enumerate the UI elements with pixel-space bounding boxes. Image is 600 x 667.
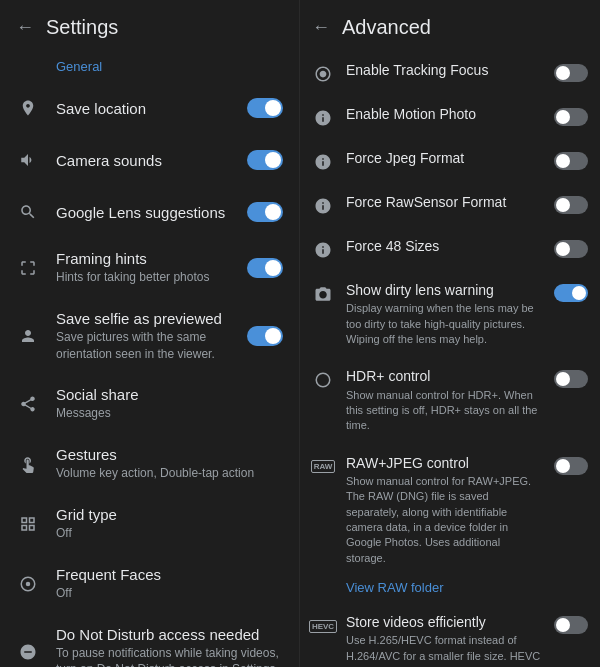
setting-sub-do-not-disturb: To pause notifications while taking vide… [56, 645, 283, 667]
tracking-icon [312, 63, 334, 85]
right-back-button[interactable]: ← [312, 17, 330, 38]
adv-content-tracking-focus: Enable Tracking Focus [346, 61, 542, 79]
setting-sub-social-share: Messages [56, 405, 283, 422]
left-panel: ← Settings General Save location Camera … [0, 0, 300, 667]
location-icon [16, 96, 40, 120]
adv-content-motion-photo: Enable Motion Photo [346, 105, 542, 123]
toggle-motion-photo[interactable] [554, 108, 588, 126]
toggle-store-videos[interactable] [554, 616, 588, 634]
lens-icon [16, 200, 40, 224]
setting-name-google-lens: Google Lens suggestions [56, 204, 231, 221]
hevc-icon: HEVC [312, 615, 334, 637]
setting-name-camera-sounds: Camera sounds [56, 152, 231, 169]
adv-name-force-48: Force 48 Sizes [346, 237, 542, 255]
toggle-camera-sounds[interactable] [247, 150, 283, 170]
advanced-item-dirty-lens[interactable]: Show dirty lens warning Display warning … [300, 271, 600, 357]
right-panel: ← Advanced Enable Tracking Focus Enable … [300, 0, 600, 667]
setting-item-framing-hints[interactable]: Framing hints Hints for taking better ph… [0, 238, 299, 298]
advanced-item-motion-photo[interactable]: Enable Motion Photo [300, 95, 600, 139]
setting-name-grid-type: Grid type [56, 506, 283, 523]
setting-content-social-share: Social share Messages [56, 386, 283, 422]
advanced-item-store-videos[interactable]: HEVC Store videos efficiently Use H.265/… [300, 603, 600, 667]
advanced-item-force-48[interactable]: Force 48 Sizes [300, 227, 600, 271]
toggle-raw-jpeg[interactable] [554, 457, 588, 475]
svg-point-1 [26, 581, 31, 586]
left-header: ← Settings [0, 0, 299, 51]
adv-name-force-rawsensor: Force RawSensor Format [346, 193, 542, 211]
settings-list: Save location Camera sounds Google Lens … [0, 82, 299, 667]
framing-icon [16, 256, 40, 280]
setting-item-camera-sounds[interactable]: Camera sounds [0, 134, 299, 186]
right-panel-title: Advanced [342, 16, 431, 39]
adv-content-raw-jpeg: RAW+JPEG control Show manual control for… [346, 454, 542, 567]
toggle-hdr-control[interactable] [554, 370, 588, 388]
advanced-item-raw-jpeg[interactable]: RAW RAW+JPEG control Show manual control… [300, 444, 600, 577]
adv-name-raw-jpeg: RAW+JPEG control [346, 454, 542, 472]
info-icon-motion [312, 107, 334, 129]
view-raw-link[interactable]: View RAW folder [300, 576, 600, 603]
share-icon [16, 392, 40, 416]
setting-content-do-not-disturb: Do Not Disturb access needed To pause no… [56, 626, 283, 667]
adv-content-store-videos: Store videos efficiently Use H.265/HEVC … [346, 613, 542, 667]
toggle-force-jpeg[interactable] [554, 152, 588, 170]
setting-name-do-not-disturb: Do Not Disturb access needed [56, 626, 283, 643]
selfie-icon [16, 324, 40, 348]
setting-sub-framing-hints: Hints for taking better photos [56, 269, 231, 286]
setting-item-save-selfie[interactable]: Save selfie as previewed Save pictures w… [0, 298, 299, 375]
setting-content-save-selfie: Save selfie as previewed Save pictures w… [56, 310, 231, 363]
adv-name-tracking-focus: Enable Tracking Focus [346, 61, 542, 79]
setting-item-social-share[interactable]: Social share Messages [0, 374, 299, 434]
toggle-force-48[interactable] [554, 240, 588, 258]
setting-name-save-selfie: Save selfie as previewed [56, 310, 231, 327]
setting-name-frequent-faces: Frequent Faces [56, 566, 283, 583]
setting-name-social-share: Social share [56, 386, 283, 403]
adv-content-force-jpeg: Force Jpeg Format [346, 149, 542, 167]
faces-icon [16, 572, 40, 596]
setting-content-google-lens: Google Lens suggestions [56, 204, 231, 221]
toggle-force-rawsensor[interactable] [554, 196, 588, 214]
setting-sub-save-selfie: Save pictures with the same orientation … [56, 329, 231, 363]
sound-icon [16, 148, 40, 172]
setting-content-framing-hints: Framing hints Hints for taking better ph… [56, 250, 231, 286]
setting-sub-frequent-faces: Off [56, 585, 283, 602]
dirty-lens-icon [312, 283, 334, 305]
setting-name-save-location: Save location [56, 100, 231, 117]
setting-content-gestures: Gestures Volume key action, Double-tap a… [56, 446, 283, 482]
toggle-google-lens[interactable] [247, 202, 283, 222]
setting-name-gestures: Gestures [56, 446, 283, 463]
hdr-icon [312, 369, 334, 391]
setting-item-grid-type[interactable]: Grid type Off [0, 494, 299, 554]
toggle-save-location[interactable] [247, 98, 283, 118]
setting-name-framing-hints: Framing hints [56, 250, 231, 267]
advanced-item-force-jpeg[interactable]: Force Jpeg Format [300, 139, 600, 183]
adv-name-hdr-control: HDR+ control [346, 367, 542, 385]
adv-content-force-48: Force 48 Sizes [346, 237, 542, 255]
grid-icon [16, 512, 40, 536]
section-general-label: General [0, 51, 299, 82]
setting-item-do-not-disturb[interactable]: Do Not Disturb access needed To pause no… [0, 614, 299, 667]
setting-sub-grid-type: Off [56, 525, 283, 542]
advanced-item-tracking-focus[interactable]: Enable Tracking Focus [300, 51, 600, 95]
info-icon-jpeg [312, 151, 334, 173]
setting-item-frequent-faces[interactable]: Frequent Faces Off [0, 554, 299, 614]
adv-sub-store-videos: Use H.265/HEVC format instead of H.264/A… [346, 633, 542, 667]
left-back-button[interactable]: ← [16, 17, 34, 38]
toggle-tracking-focus[interactable] [554, 64, 588, 82]
adv-name-dirty-lens: Show dirty lens warning [346, 281, 542, 299]
toggle-dirty-lens[interactable] [554, 284, 588, 302]
adv-content-dirty-lens: Show dirty lens warning Display warning … [346, 281, 542, 347]
toggle-framing-hints[interactable] [247, 258, 283, 278]
setting-item-gestures[interactable]: Gestures Volume key action, Double-tap a… [0, 434, 299, 494]
setting-item-google-lens[interactable]: Google Lens suggestions [0, 186, 299, 238]
right-header: ← Advanced [300, 0, 600, 51]
advanced-list: Enable Tracking Focus Enable Motion Phot… [300, 51, 600, 667]
info-icon-raw [312, 195, 334, 217]
setting-item-save-location[interactable]: Save location [0, 82, 299, 134]
advanced-item-force-rawsensor[interactable]: Force RawSensor Format [300, 183, 600, 227]
advanced-item-hdr-control[interactable]: HDR+ control Show manual control for HDR… [300, 357, 600, 443]
left-panel-title: Settings [46, 16, 118, 39]
adv-name-motion-photo: Enable Motion Photo [346, 105, 542, 123]
toggle-save-selfie[interactable] [247, 326, 283, 346]
dnd-icon [16, 640, 40, 664]
adv-sub-raw-jpeg: Show manual control for RAW+JPEG. The RA… [346, 474, 542, 566]
